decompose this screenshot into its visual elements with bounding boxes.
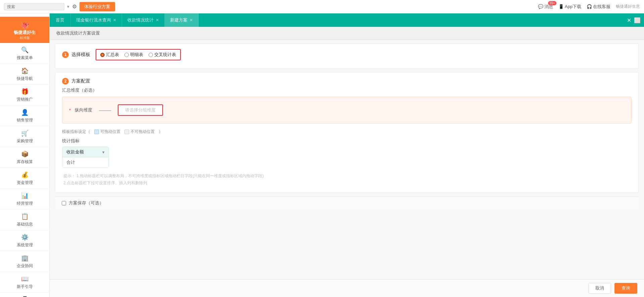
metrics-table: 收款金额 ▾ 合计 (62, 147, 109, 168)
drag-legend: 模板指标设定（ 可拖动位置 不可拖动位置 ） (62, 129, 632, 135)
app-icon: 📱 (558, 4, 564, 9)
tab-new-plan[interactable]: 新建方案 ✕ (165, 13, 199, 27)
vertical-dim-label: 纵向维度 (75, 107, 92, 113)
settings-icon[interactable]: ⚙ (72, 3, 77, 10)
service-icon: 🎧 (587, 4, 592, 9)
step2-label: 方案配置 (71, 78, 90, 84)
breadcrumb: 收款情况统计方案设置 (56, 31, 100, 36)
tab-home[interactable]: 首页 (50, 13, 71, 27)
sidebar-item-label: 经营管理 (17, 201, 33, 206)
operation-icon: 📊 (21, 192, 29, 199)
message-button[interactable]: 💬 消息 99+ (538, 4, 553, 10)
sidebar-item-operation[interactable]: 📊 经营管理 (0, 189, 49, 209)
query-button[interactable]: 查询 (614, 283, 637, 294)
page-content: 收款情况统计方案设置 1 选择模板 汇总表 (50, 27, 644, 279)
dimension-area: * 纵向维度 —— 请选择分组维度 (62, 97, 632, 123)
tab-collection-stats-label: 收款情况统计 (127, 17, 154, 23)
step2-row: 2 方案配置 (62, 78, 632, 85)
topbar-left: ▾ ⚙ 体验行业方案 (4, 2, 115, 11)
save-checkbox[interactable] (62, 201, 66, 205)
step1-badge: 1 (62, 51, 69, 58)
metrics-settings-label: 模板指标设定（ (62, 129, 90, 135)
metrics-settings-close-paren: ） (159, 129, 163, 135)
tips-section: 提示： 1.拖动标题栏可以调整布局，不可跨维度或指标区域拖动栏目字段(只能在同一… (62, 173, 632, 186)
metrics-table-label: 统计指标 (62, 138, 632, 144)
topbar: ▾ ⚙ 体验行业方案 💬 消息 99+ 📱 App下载 🎧 在线客服 畅捷通好生… (0, 0, 644, 13)
required-star: * (69, 108, 71, 113)
sidebar-item-label: 新手引导 (17, 284, 33, 290)
sidebar-item-label: 企业协同 (17, 263, 33, 269)
save-section: 方案保存（可选） (55, 196, 639, 209)
col-header-dropdown-icon[interactable]: ▾ (102, 150, 105, 155)
radio-cross[interactable]: 交叉统计表 (149, 52, 176, 58)
sidebar-item-finance[interactable]: 💰 资金管理 (0, 168, 49, 189)
message-icon: 💬 (538, 4, 543, 9)
radio-summary[interactable]: 汇总表 (100, 52, 119, 58)
sidebar-item-sales[interactable]: 👤 销售管理 (0, 105, 49, 126)
marketing-icon: 🎁 (21, 88, 29, 95)
page-header: 收款情况统计方案设置 (50, 27, 644, 40)
sidebar-item-enterprise[interactable]: 🏢 企业协同 (0, 251, 49, 272)
sidebar-item-inventory[interactable]: 📦 库存核算 (0, 147, 49, 168)
dimension-section-label: 汇总维度（必选） (62, 87, 632, 93)
sidebar-item-hardware[interactable]: 📱 智能硬件 (0, 293, 49, 297)
tab-collection-stats[interactable]: 收款情况统计 ✕ (122, 13, 165, 27)
tab-cash-query-close[interactable]: ✕ (113, 18, 116, 22)
sidebar-item-basic-info[interactable]: 📋 基础信息 (0, 209, 49, 230)
step1-label: 选择模板 (71, 52, 90, 58)
inventory-icon: 📦 (21, 150, 29, 158)
radio-summary-input[interactable] (100, 53, 105, 57)
maximize-icon[interactable]: ⬜ (634, 17, 641, 23)
metrics-table-header[interactable]: 收款金额 ▾ (62, 147, 109, 157)
metrics-table-cell-total: 合计 (62, 157, 109, 167)
finance-icon: 💰 (21, 171, 29, 179)
trial-button[interactable]: 体验行业方案 (79, 2, 115, 11)
tab-cash-query-label: 现金银行流水查询 (76, 17, 111, 23)
sidebar-item-guide[interactable]: 📖 新手引导 (0, 272, 49, 293)
cancel-button[interactable]: 取消 (588, 283, 611, 294)
fixed-label: 不可拖动位置 (130, 129, 155, 135)
tip1: 提示： 1.拖动标题栏可以调整布局，不可跨维度或指标区域拖动栏目字段(只能在同一… (63, 173, 630, 179)
movable-dot (94, 130, 99, 134)
sidebar-item-marketing[interactable]: 🎁 营销推广 (0, 85, 49, 105)
sidebar-item-quick-nav[interactable]: 🏠 快捷导航 (0, 64, 49, 85)
sidebar-item-system[interactable]: ⚙️ 系统管理 (0, 230, 49, 251)
radio-detail-input[interactable] (124, 53, 129, 57)
fixed-dot (124, 130, 129, 134)
sidebar-brand: 🐙 畅捷通好生 标准版 (0, 17, 49, 43)
search-input[interactable] (4, 3, 64, 10)
tip2: 2.点击标题栏下拉可设置排序、插入列和删除列 (63, 180, 630, 186)
sidebar-item-purchase[interactable]: 🛒 采购管理 (0, 126, 49, 147)
sidebar-item-search-menu[interactable]: 🔍 搜索菜单 (0, 43, 49, 64)
movable-label: 可拖动位置 (100, 129, 120, 135)
footer-bar: 取消 查询 (50, 279, 644, 297)
online-service-button[interactable]: 🎧 在线客服 (587, 4, 610, 10)
radio-cross-input[interactable] (149, 53, 153, 57)
sidebar-item-label: 快捷导航 (17, 76, 33, 82)
enterprise-icon: 🏢 (21, 254, 29, 262)
radio-group-template: 汇总表 明细表 交叉统计表 (100, 52, 176, 58)
col-header-text: 收款金额 (66, 149, 84, 155)
main-layout: 🐙 畅捷通好生 标准版 🔍 搜索菜单 🏠 快捷导航 🎁 营销推广 👤 销售管理 (0, 13, 644, 297)
search-menu-icon: 🔍 (21, 46, 29, 54)
metrics-section: 模板指标设定（ 可拖动位置 不可拖动位置 ） 统计指标 (62, 129, 632, 168)
sidebar: 🐙 畅捷通好生 标准版 🔍 搜索菜单 🏠 快捷导航 🎁 营销推广 👤 销售管理 (0, 13, 50, 297)
app-download-button[interactable]: 📱 App下载 (558, 4, 581, 10)
basic-info-icon: 📋 (21, 213, 29, 220)
step1-row: 1 选择模板 汇总表 明细表 (62, 49, 632, 60)
sidebar-item-label: 销售管理 (17, 117, 33, 123)
sidebar-item-label: 库存核算 (17, 159, 33, 165)
brand-icon: 🐙 (20, 21, 29, 30)
tab-new-plan-close[interactable]: ✕ (190, 18, 193, 22)
quick-nav-icon: 🏠 (21, 67, 29, 75)
dim-arrow: —— (99, 107, 111, 114)
sidebar-item-label: 采购管理 (17, 138, 33, 144)
tab-collection-stats-close[interactable]: ✕ (156, 18, 159, 22)
close-all-tabs-icon[interactable]: ✕ (627, 17, 631, 23)
tab-home-label: 首页 (56, 17, 64, 23)
tab-cash-query[interactable]: 现金银行流水查询 ✕ (71, 13, 122, 27)
radio-detail[interactable]: 明细表 (124, 52, 143, 58)
dim-placeholder[interactable]: 请选择分组维度 (118, 104, 163, 116)
dropdown-icon[interactable]: ▾ (67, 4, 69, 9)
sidebar-item-label: 营销推广 (17, 97, 33, 102)
